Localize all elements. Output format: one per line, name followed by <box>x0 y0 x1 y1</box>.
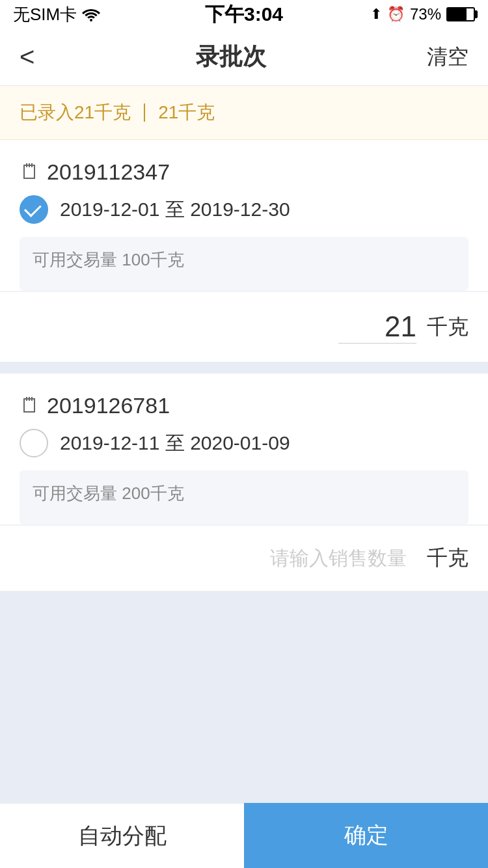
location-icon: ⬆ <box>370 6 382 23</box>
batch-2-id-row: 🗒 2019126781 <box>20 393 468 418</box>
clear-button[interactable]: 清空 <box>427 43 468 72</box>
auto-distribute-button[interactable]: 自动分配 <box>0 803 244 868</box>
status-left: 无SIM卡 <box>13 3 100 26</box>
batch-2-available: 可用交易量 200千克 <box>20 470 468 524</box>
batch-2-radio[interactable] <box>20 429 48 457</box>
confirm-button[interactable]: 确定 <box>244 803 488 868</box>
carrier-text: 无SIM卡 <box>13 3 77 26</box>
status-bar: 无SIM卡 下午3:04 ⬆ ⏰ 73% <box>0 0 488 29</box>
quantity-input-2[interactable] <box>156 547 416 569</box>
alarm-icon: ⏰ <box>387 6 405 23</box>
batch-2-id: 2019126781 <box>47 393 170 418</box>
info-divider <box>144 103 145 122</box>
quantity-value-1: 21 <box>385 310 416 342</box>
input-unit-2: 千克 <box>427 544 468 573</box>
battery-icon <box>446 7 475 21</box>
recorded-text: 已录入21千克 <box>20 100 131 125</box>
page-title: 录批次 <box>196 41 266 73</box>
info-banner: 已录入21千克 21千克 <box>0 86 488 140</box>
status-right: ⬆ ⏰ 73% <box>370 5 475 23</box>
bottom-bar: 自动分配 确定 <box>0 803 488 868</box>
batch-card-2: 🗒 2019126781 2019-12-11 至 2020-01-09 可用交… <box>0 373 488 524</box>
batch-1-id-row: 🗒 2019112347 <box>20 159 468 185</box>
batch-card-1-inner: 🗒 2019112347 2019-12-01 至 2019-12-30 <box>0 140 488 224</box>
nav-bar: < 录批次 清空 <box>0 29 488 86</box>
batch-2-doc-icon: 🗒 <box>20 394 40 418</box>
quantity-display: 21 <box>338 310 416 344</box>
quantity-unit-1: 千克 <box>427 313 468 342</box>
battery-text: 73% <box>410 5 441 23</box>
section-divider <box>0 362 488 373</box>
batch-1-date-row[interactable]: 2019-12-01 至 2019-12-30 <box>20 195 468 224</box>
batch-1-date: 2019-12-01 至 2019-12-30 <box>60 197 290 223</box>
total-text: 21千克 <box>158 100 215 125</box>
input-row-2[interactable]: 千克 <box>0 526 488 591</box>
status-time: 下午3:04 <box>205 1 283 28</box>
back-button[interactable]: < <box>20 42 34 72</box>
wifi-icon <box>82 7 100 21</box>
batch-2-date: 2019-12-11 至 2020-01-09 <box>60 430 290 457</box>
batch-card-2-inner: 🗒 2019126781 2019-12-11 至 2020-01-09 <box>0 373 488 457</box>
batch-1-id: 2019112347 <box>47 159 170 185</box>
batch-1-available: 可用交易量 100千克 <box>20 237 468 291</box>
batch-card-1: 🗒 2019112347 2019-12-01 至 2019-12-30 可用交… <box>0 140 488 291</box>
batch-1-radio[interactable] <box>20 195 48 224</box>
quantity-row-1: 21 千克 <box>0 292 488 362</box>
batch-2-date-row[interactable]: 2019-12-11 至 2020-01-09 <box>20 429 468 457</box>
batch-1-doc-icon: 🗒 <box>20 160 40 184</box>
